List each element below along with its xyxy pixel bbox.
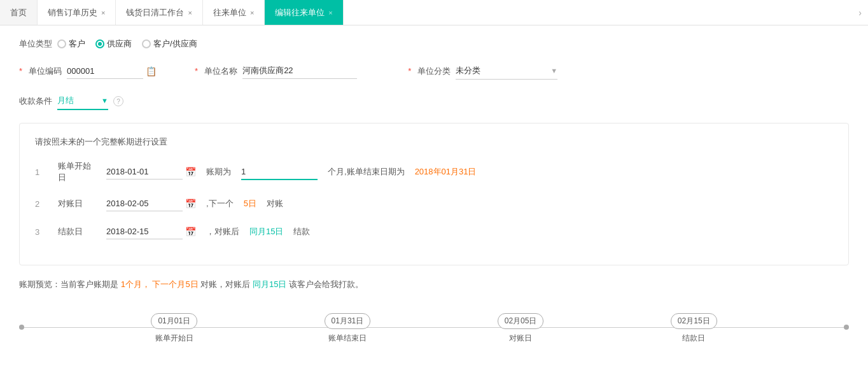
tab-cash-goods-workbench[interactable]: 钱货日清工作台 ×	[116, 0, 202, 25]
payment-terms-help-icon[interactable]: ?	[113, 96, 123, 106]
unit-type-group: 单位类型 客户 供应商 客户/供应商	[19, 38, 197, 50]
timeline-node-3: 02月15日 结款日	[671, 313, 717, 344]
setting-row-2: 2 对账日 📅 ,下一个 5日 对账	[35, 196, 833, 211]
timeline-label-0: 账单开始日	[155, 333, 193, 344]
tab-bar: 首页 销售订单历史 × 钱货日清工作台 × 往来单位 × 编辑往来单位 × ›	[0, 0, 868, 25]
unit-type-row: 单位类型 客户 供应商 客户/供应商	[19, 38, 849, 50]
payment-hint-suffix: 结款	[293, 226, 310, 237]
preview-part1: 1个月，	[121, 279, 150, 289]
row-type-2: 对账日	[58, 198, 96, 209]
tab-cash-goods-label: 钱货日清工作台	[126, 7, 184, 18]
start-date-input[interactable]	[106, 164, 183, 179]
tab-edit-contact-label: 编辑往来单位	[275, 7, 325, 18]
row-num-3: 3	[35, 227, 48, 237]
unit-code-input[interactable]	[67, 64, 143, 79]
start-date-calendar-icon[interactable]: 📅	[185, 167, 196, 177]
timeline-node-0: 01月01日 账单开始日	[151, 313, 197, 344]
timeline-node-1: 01月31日 账单结束日	[325, 313, 371, 344]
unit-classification-value: 未分类	[456, 65, 548, 76]
card-title: 请按照未来的一个完整帐期进行设置	[35, 136, 833, 148]
row-num-1: 1	[35, 167, 48, 177]
unit-name-label: 单位名称	[204, 66, 237, 77]
payment-hint-prefix: ，对账后	[206, 226, 239, 237]
reconcile-hint-prefix: ,下一个	[206, 198, 234, 209]
reconcile-date-calendar-icon[interactable]: 📅	[185, 199, 196, 209]
reconcile-date-input[interactable]	[106, 196, 183, 211]
timeline-items: 01月01日 账单开始日 01月31日 账单结束日 02月05日 对账日 02月…	[19, 313, 849, 344]
timeline-label-3: 结款日	[682, 333, 705, 344]
start-date-input-wrapper: 📅	[106, 164, 196, 179]
tab-sales-order-history[interactable]: 销售订单历史 ×	[38, 0, 116, 25]
tab-sales-order-close-icon[interactable]: ×	[101, 9, 105, 17]
radio-customer-supplier-circle	[142, 39, 151, 48]
tab-edit-contact-close-icon[interactable]: ×	[328, 9, 332, 17]
timeline-dot-left	[19, 325, 24, 330]
timeline-wrapper: 01月01日 账单开始日 01月31日 账单结束日 02月05日 对账日 02月…	[19, 313, 849, 344]
radio-customer-label: 客户	[69, 38, 85, 50]
required-star-class: *	[408, 66, 411, 76]
unit-code-label: 单位编码	[29, 66, 62, 77]
tab-scroll-arrow[interactable]: ›	[852, 0, 868, 25]
preview-part2: 下一个月5日	[152, 279, 198, 289]
payment-terms-chevron-icon: ▼	[101, 97, 108, 104]
unit-name-group: * 单位名称	[195, 64, 357, 79]
timeline-label-2: 对账日	[509, 333, 532, 344]
radio-customer-circle	[57, 39, 66, 48]
timeline-label-1: 账单结束日	[328, 333, 367, 344]
preview-section: 账期预览：当前客户账期是 1个月， 下一个月5日 对账，对账后 同月15日 该客…	[19, 278, 849, 292]
setting-row-1: 1 账单开始日 📅 账期为 个月,账单结束日期为 2018年01月31日	[35, 160, 833, 183]
tab-sales-order-label: 销售订单历史	[48, 7, 97, 18]
payment-terms-select[interactable]: 月结 ▼	[57, 92, 108, 110]
unit-classification-label: 单位分类	[417, 66, 451, 77]
unit-classification-select[interactable]: 未分类 ▼	[456, 62, 557, 80]
tab-contacts-close-icon[interactable]: ×	[250, 9, 254, 17]
period-label: 账期为	[206, 166, 231, 178]
timeline-container: 01月01日 账单开始日 01月31日 账单结束日 02月05日 对账日 02月…	[19, 307, 849, 350]
tab-home[interactable]: 首页	[0, 0, 38, 25]
tab-contacts[interactable]: 往来单位 ×	[203, 0, 265, 25]
payment-terms-label: 收款条件	[19, 95, 52, 107]
period-value-input[interactable]	[241, 164, 318, 180]
reconcile-hint-highlight: 5日	[244, 198, 256, 209]
tab-home-label: 首页	[10, 7, 27, 18]
timeline-node-2: 02月05日 对账日	[498, 313, 544, 344]
unit-info-row: * 单位编码 📋 * 单位名称 * 单位分类 未分类 ▼	[19, 62, 849, 80]
timeline-tag-3: 02月15日	[671, 313, 717, 329]
unit-type-label: 单位类型	[19, 38, 52, 50]
unit-code-input-wrapper: 📋	[67, 64, 157, 79]
setting-row-3: 3 结款日 📅 ，对账后 同月15日 结款	[35, 224, 833, 239]
period-settings-card: 请按照未来的一个完整帐期进行设置 1 账单开始日 📅 账期为 个月,账单结束日期…	[19, 123, 849, 265]
timeline-tag-2: 02月05日	[498, 313, 544, 329]
payment-terms-group: 收款条件 月结 ▼ ?	[19, 92, 123, 110]
radio-customer-supplier[interactable]: 客户/供应商	[142, 38, 197, 50]
payment-terms-value: 月结	[57, 95, 99, 106]
preview-part4: 同月15日	[253, 279, 286, 289]
payment-date-input[interactable]	[106, 224, 183, 239]
tab-edit-contact[interactable]: 编辑往来单位 ×	[265, 0, 343, 25]
main-content: 单位类型 客户 供应商 客户/供应商 * 单位编码	[0, 25, 868, 387]
unit-name-input[interactable]	[242, 64, 357, 79]
tab-cash-goods-close-icon[interactable]: ×	[188, 9, 192, 17]
payment-terms-row: 收款条件 月结 ▼ ?	[19, 92, 849, 110]
reconcile-date-input-wrapper: 📅	[106, 196, 196, 211]
radio-group-unit-type: 客户 供应商 客户/供应商	[57, 38, 197, 50]
unit-classification-chevron-icon: ▼	[550, 67, 557, 74]
payment-date-calendar-icon[interactable]: 📅	[185, 227, 196, 237]
timeline-dot-right	[844, 325, 849, 330]
required-star-code: *	[19, 66, 22, 76]
tab-contacts-label: 往来单位	[213, 7, 246, 18]
timeline-tag-1: 01月31日	[325, 313, 371, 329]
unit-code-copy-icon[interactable]: 📋	[146, 66, 157, 76]
period-end-date: 2018年01月31日	[415, 166, 477, 178]
payment-hint-highlight: 同月15日	[249, 226, 283, 237]
preview-part3: 对账，对账后	[200, 279, 250, 289]
radio-supplier-label: 供应商	[107, 38, 132, 50]
row-type-1: 账单开始日	[58, 160, 96, 183]
row-type-3: 结款日	[58, 226, 96, 237]
required-star-name: *	[195, 66, 198, 76]
unit-code-group: * 单位编码 📋	[19, 64, 157, 79]
radio-supplier[interactable]: 供应商	[95, 38, 132, 50]
radio-customer[interactable]: 客户	[57, 38, 85, 50]
reconcile-hint-suffix: 对账	[267, 198, 283, 209]
preview-label: 账期预览：当前客户账期是	[19, 279, 118, 289]
